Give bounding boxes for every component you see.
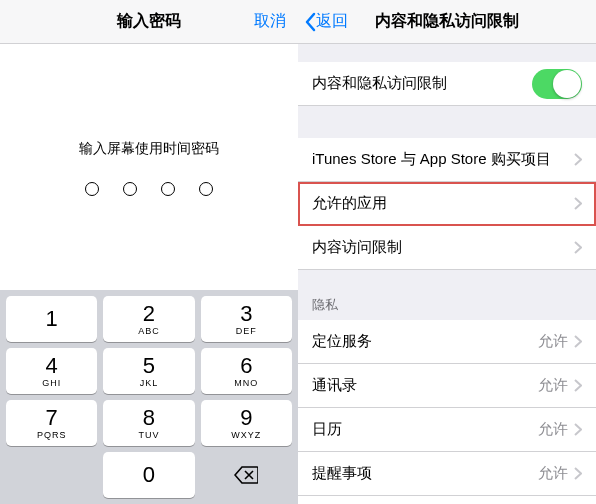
- chevron-right-icon: [574, 423, 582, 436]
- chevron-right-icon: [574, 467, 582, 480]
- settings-scroll[interactable]: 内容和隐私访问限制 iTunes Store 与 App Store 购买项目 …: [298, 44, 596, 504]
- passcode-prompt-text: 输入屏幕使用时间密码: [79, 140, 219, 158]
- cancel-button[interactable]: 取消: [254, 11, 286, 32]
- keypad-key-6[interactable]: 6MNO: [201, 348, 292, 394]
- keypad-blank: [6, 452, 97, 498]
- chevron-right-icon: [574, 335, 582, 348]
- chevron-right-icon: [574, 197, 582, 210]
- back-button[interactable]: 返回: [304, 11, 348, 32]
- cell-photos[interactable]: 照片 允许: [298, 496, 596, 504]
- cell-label: iTunes Store 与 App Store 购买项目: [312, 150, 574, 169]
- cell-allowed-apps[interactable]: 允许的应用: [298, 182, 596, 226]
- cell-label: 内容访问限制: [312, 238, 574, 257]
- cell-label: 定位服务: [312, 332, 538, 351]
- passcode-screen: 输入密码 取消 输入屏幕使用时间密码 1 2ABC 3DEF 4GHI 5JKL…: [0, 0, 298, 504]
- cell-itunes-appstore[interactable]: iTunes Store 与 App Store 购买项目: [298, 138, 596, 182]
- keypad-key-8[interactable]: 8TUV: [103, 400, 194, 446]
- keypad-key-9[interactable]: 9WXYZ: [201, 400, 292, 446]
- keypad-backspace[interactable]: [201, 452, 292, 498]
- back-label: 返回: [316, 11, 348, 32]
- section-header-privacy: 隐私: [298, 290, 596, 320]
- cell-value: 允许: [538, 464, 568, 483]
- cell-label: 通讯录: [312, 376, 538, 395]
- keypad-key-2[interactable]: 2ABC: [103, 296, 194, 342]
- cell-label: 提醒事项: [312, 464, 538, 483]
- cell-contacts[interactable]: 通讯录 允许: [298, 364, 596, 408]
- keypad-key-0[interactable]: 0: [103, 452, 194, 498]
- toggle-switch[interactable]: [532, 69, 582, 99]
- passcode-dot: [161, 182, 175, 196]
- cell-value: 允许: [538, 376, 568, 395]
- backspace-icon: [234, 466, 258, 484]
- cell-location-services[interactable]: 定位服务 允许: [298, 320, 596, 364]
- cell-calendar[interactable]: 日历 允许: [298, 408, 596, 452]
- cell-reminders[interactable]: 提醒事项 允许: [298, 452, 596, 496]
- cell-label: 允许的应用: [312, 194, 574, 213]
- cell-label: 内容和隐私访问限制: [312, 74, 532, 93]
- passcode-prompt-area: 输入屏幕使用时间密码: [0, 44, 298, 290]
- restrictions-screen: 返回 内容和隐私访问限制 内容和隐私访问限制 iTunes Store 与 Ap…: [298, 0, 596, 504]
- chevron-right-icon: [574, 153, 582, 166]
- cell-main-toggle[interactable]: 内容和隐私访问限制: [298, 62, 596, 106]
- passcode-dot: [85, 182, 99, 196]
- cell-value: 允许: [538, 332, 568, 351]
- passcode-dots: [85, 182, 213, 196]
- navbar-title: 输入密码: [117, 11, 181, 32]
- toggle-knob: [553, 70, 581, 98]
- navbar-restrictions: 返回 内容和隐私访问限制: [298, 0, 596, 44]
- passcode-dot: [123, 182, 137, 196]
- chevron-right-icon: [574, 241, 582, 254]
- cell-content-restrictions[interactable]: 内容访问限制: [298, 226, 596, 270]
- keypad-key-4[interactable]: 4GHI: [6, 348, 97, 394]
- keypad-key-1[interactable]: 1: [6, 296, 97, 342]
- navbar-passcode: 输入密码 取消: [0, 0, 298, 44]
- cell-value: 允许: [538, 420, 568, 439]
- navbar-title: 内容和隐私访问限制: [375, 11, 519, 32]
- chevron-left-icon: [304, 12, 316, 32]
- numeric-keypad: 1 2ABC 3DEF 4GHI 5JKL 6MNO 7PQRS 8TUV 9W…: [0, 290, 298, 504]
- keypad-key-7[interactable]: 7PQRS: [6, 400, 97, 446]
- cell-label: 日历: [312, 420, 538, 439]
- chevron-right-icon: [574, 379, 582, 392]
- keypad-key-5[interactable]: 5JKL: [103, 348, 194, 394]
- keypad-key-3[interactable]: 3DEF: [201, 296, 292, 342]
- passcode-dot: [199, 182, 213, 196]
